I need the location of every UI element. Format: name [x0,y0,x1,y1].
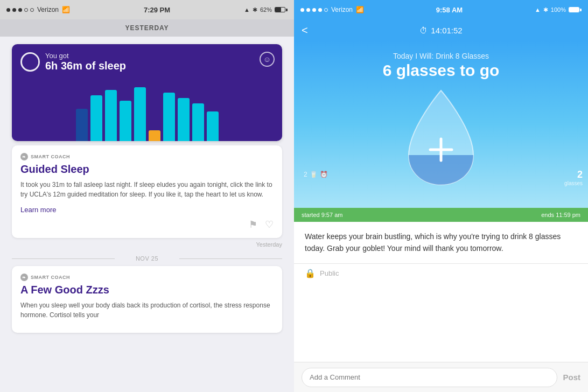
coach-body-2: When you sleep well your body dials back… [20,300,274,320]
glasses-count-left: 2 [304,171,307,178]
nav-timer: ⏱ 14:01:52 [419,26,462,35]
coach-label-1: ❧ SMART COACH [20,153,274,160]
signal-dots-right [300,8,328,12]
card-actions-1: ⚑ ♡ [20,219,274,230]
right-status-bar: Verizon 📶 9:58 AM ▲ ✱ 100% [294,0,588,19]
post-button[interactable]: Post [563,373,580,382]
water-glasses-label: 2 glasses [564,169,583,186]
coach-title-2: A Few Good Zzzs [20,284,274,296]
glasses-num: 2 [564,169,583,180]
comment-input[interactable] [302,368,557,387]
bar-7 [163,93,175,141]
location-icon-right: ▲ [535,6,541,13]
bar-3 [105,90,117,141]
coach-icon-2: ❧ [20,274,28,281]
bar-6 [149,130,160,141]
coach-card-1[interactable]: ❧ SMART COACH Guided Sleep It took you 3… [12,145,282,238]
coach-icon-1: ❧ [20,153,28,160]
water-title: 6 glasses to go [383,61,500,80]
carrier-right: Verizon [331,6,353,13]
left-status-bar: Verizon 📶 7:29 PM ▲ ✱ 62% [0,0,294,19]
coach-body-1: It took you 31m to fall asleep last nigh… [20,180,274,199]
water-left-icons: 2 🥛 ⏰ [304,171,328,178]
nav-bar-right: < ⏱ 14:01:52 [294,19,588,41]
clock-icon: ⏰ [320,171,328,178]
privacy-row[interactable]: 🔒 Public [294,263,588,283]
sleep-chart [12,82,282,141]
bluetooth-icon-left: ✱ [253,6,257,13]
learn-more-link[interactable]: Learn more [20,206,56,214]
bluetooth-icon-right: ✱ [543,6,548,13]
heart-icon[interactable]: ♡ [265,219,274,230]
card-timestamp-1: Yesterday [0,241,294,248]
coach-title-1: Guided Sleep [20,163,274,176]
ends-time: ends 11:59 pm [541,212,580,218]
coach-card-2[interactable]: ❧ SMART COACH A Few Good Zzzs When you s… [12,266,282,333]
battery-right [569,7,582,12]
flag-icon[interactable]: ⚑ [249,219,257,230]
carrier-left: Verizon [37,6,59,13]
signal-dots [6,8,34,12]
comment-bar: Post [294,362,588,392]
bar-5 [134,87,146,141]
sleep-banner: You got 6h 36m of sleep ☺ [12,44,282,141]
water-drop[interactable] [398,85,484,182]
right-phone: Verizon 📶 9:58 AM ▲ ✱ 100% < ⏱ 14:01:52 … [294,0,588,392]
timer-icon: ⏱ [419,26,428,35]
water-hero: Today I Will: Drink 8 Glasses 6 glasses … [294,41,588,208]
nav-bar-left: YESTERDAY [0,19,294,37]
left-scroll-content[interactable]: You got 6h 36m of sleep ☺ [0,37,294,392]
timer-value: 14:01:52 [431,26,462,35]
privacy-label: Public [320,269,339,277]
bar-4 [120,101,131,141]
status-icons-right: ▲ ✱ 100% [535,6,582,13]
sleep-you-got: You got [45,52,126,60]
battery-label-left: 62% [260,6,272,13]
sleep-duration: 6h 36m of sleep [45,60,126,72]
bar-1 [76,109,88,141]
bar-2 [90,95,102,141]
water-subtitle: Today I Will: Drink 8 Glasses [393,52,489,60]
bar-10 [207,111,219,141]
battery-left [275,7,288,12]
time-left: 7:29 PM [144,6,170,14]
lock-icon: 🔒 [305,268,316,278]
moon-icon [20,52,40,72]
battery-pct-right: 100% [551,6,566,13]
smiley-icon: ☺ [260,52,275,67]
status-icons-left: ▲ ✱ 62% [244,6,288,13]
date-divider: NOV 25 [0,255,294,262]
left-phone: Verizon 📶 7:29 PM ▲ ✱ 62% YESTERDAY [0,0,294,392]
time-right: 9:58 AM [436,6,463,14]
wifi-icon-right: 📶 [356,6,364,13]
yesterday-label: YESTERDAY [125,24,169,32]
description-text: Water keeps your brain bustling, which i… [305,230,577,255]
glass-icon: 🥛 [310,171,318,178]
wifi-icon-left: 📶 [62,6,70,13]
bar-9 [192,103,204,141]
time-bar: started 9:57 am ends 11:59 pm [294,208,588,222]
location-icon-left: ▲ [244,6,250,13]
coach-label-2: ❧ SMART COACH [20,274,274,281]
back-button[interactable]: < [302,24,308,37]
bar-8 [178,98,190,141]
sleep-card[interactable]: You got 6h 36m of sleep ☺ [12,44,282,141]
started-time: started 9:57 am [302,212,342,218]
water-description: Water keeps your brain bustling, which i… [294,222,588,263]
glasses-unit: glasses [564,180,583,186]
